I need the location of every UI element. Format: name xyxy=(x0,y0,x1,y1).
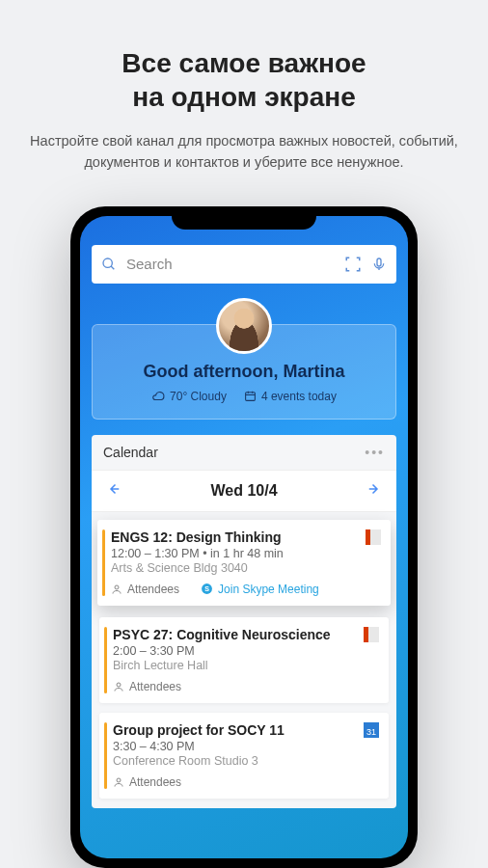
svg-point-10 xyxy=(117,683,121,687)
attendees-link[interactable]: Attendees xyxy=(113,775,181,789)
prev-day-button[interactable] xyxy=(105,480,122,502)
person-icon xyxy=(113,681,124,692)
join-skype-link[interactable]: SJoin Skype Meeting xyxy=(201,583,319,596)
cloud-icon xyxy=(151,390,165,403)
svg-point-0 xyxy=(103,258,112,267)
greeting-text: Good afternoon, Martina xyxy=(102,362,386,382)
calendar-title: Calendar xyxy=(103,445,158,460)
calendar-more-icon[interactable]: ••• xyxy=(365,445,385,460)
event-location: Arts & Science Bldg 3040 xyxy=(111,561,379,575)
event-location: Conference Room Studio 3 xyxy=(113,754,377,768)
search-bar[interactable]: Search xyxy=(92,245,396,284)
phone-frame: Search Good afternoon, Martina 70° Cloud… xyxy=(70,206,418,869)
svg-rect-2 xyxy=(377,258,381,266)
event-title: ENGS 12: Design Thinking xyxy=(111,529,379,545)
office-icon xyxy=(364,627,379,642)
svg-line-1 xyxy=(111,266,114,269)
mic-icon[interactable] xyxy=(371,256,387,273)
next-day-button[interactable] xyxy=(366,480,383,502)
attendees-link[interactable]: Attendees xyxy=(111,583,179,596)
event-list: ENGS 12: Design Thinking12:00 – 1:30 PM … xyxy=(92,512,396,799)
event-card[interactable]: PSYC 27: Cognitive Neuroscience2:00 – 3:… xyxy=(99,617,389,703)
event-card[interactable]: ENGS 12: Design Thinking12:00 – 1:30 PM … xyxy=(97,520,391,606)
avatar[interactable] xyxy=(216,298,272,354)
svg-point-7 xyxy=(115,585,119,589)
calendar-section: Calendar ••• Wed 10/4 ENGS 12: Design Th… xyxy=(92,435,396,808)
person-icon xyxy=(111,583,122,595)
date-label: Wed 10/4 xyxy=(210,482,277,500)
event-title: Group project for SOCY 11 xyxy=(113,722,377,738)
weather-info: 70° Cloudy xyxy=(151,390,227,403)
greeting-card: Good afternoon, Martina 70° Cloudy 4 eve… xyxy=(92,324,396,420)
svg-point-11 xyxy=(117,778,121,782)
svg-text:S: S xyxy=(204,585,209,592)
event-card[interactable]: 31Group project for SOCY 113:30 – 4:30 P… xyxy=(99,713,389,799)
hero-subtitle: Настройте свой канал для просмотра важны… xyxy=(22,131,466,174)
office-icon xyxy=(366,529,381,545)
calendar-icon xyxy=(244,390,257,402)
skype-icon: S xyxy=(201,583,213,595)
search-placeholder: Search xyxy=(126,256,335,272)
event-time: 2:00 – 3:30 PM xyxy=(113,644,377,658)
svg-rect-3 xyxy=(246,393,256,401)
event-time: 12:00 – 1:30 PM • in 1 hr 48 min xyxy=(111,547,379,560)
attendees-link[interactable]: Attendees xyxy=(113,680,181,693)
event-title: PSYC 27: Cognitive Neuroscience xyxy=(113,627,377,642)
event-location: Birch Lecture Hall xyxy=(113,659,377,672)
scan-icon[interactable] xyxy=(344,256,362,273)
hero-title: Все самое важное на одном экране xyxy=(122,46,366,114)
events-today: 4 events today xyxy=(244,390,337,403)
person-icon xyxy=(113,776,124,788)
phone-screen: Search Good afternoon, Martina 70° Cloud… xyxy=(80,216,408,859)
event-time: 3:30 – 4:30 PM xyxy=(113,740,377,753)
search-icon xyxy=(101,257,117,272)
calendar-badge-icon: 31 xyxy=(364,722,379,738)
